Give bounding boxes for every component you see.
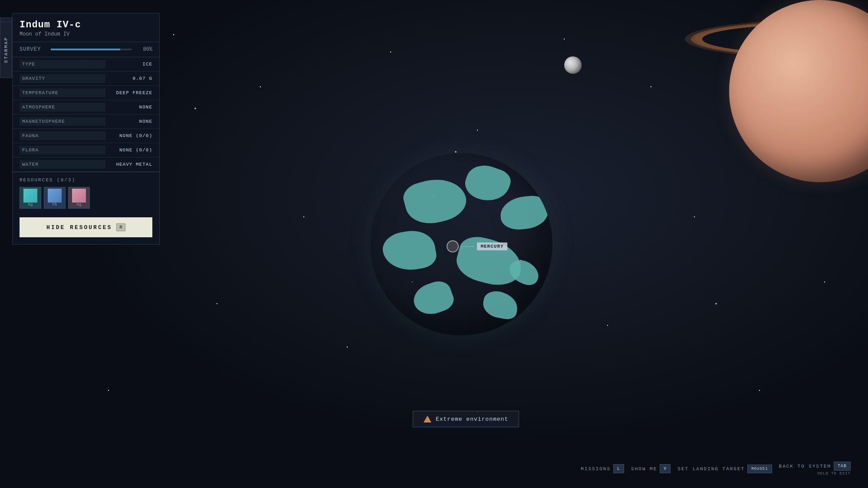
set-landing-item: SET LANDING TARGET MOUSE1 — [677, 465, 772, 473]
resource-label-2: Pb — [53, 203, 57, 207]
mercury-tag: MERCURY — [477, 242, 507, 250]
resource-item-2[interactable]: Pb — [44, 187, 66, 209]
set-landing-label: SET LANDING TARGET — [677, 466, 745, 472]
stat-row-gravity: GRAVITY 0.07 G — [13, 72, 159, 86]
resources-grid: Hg Pb Hg — [20, 187, 152, 209]
show-me-item: SHOW ME V — [631, 464, 671, 473]
stat-label-temperature: TEMPERATURE — [20, 88, 105, 97]
stats-table: TYPE ICE GRAVITY 0.07 G TEMPERATURE DEEP… — [13, 57, 159, 172]
missions-label: MISSIONS — [581, 466, 611, 472]
info-panel: Indum IV-c Moon of Indum IV SURVEY 86% T… — [12, 13, 160, 245]
starmap-tab[interactable]: STARMAP — [0, 22, 12, 78]
stat-row-water: WATER HEAVY METAL — [13, 157, 159, 172]
continent-5 — [410, 277, 457, 319]
resource-icon-teal — [23, 189, 37, 203]
stat-row-flora: FLORA NONE (0/0) — [13, 143, 159, 157]
resource-icon-blue — [48, 189, 62, 203]
stat-value-type: ICE — [109, 62, 152, 67]
main-planet: MERCURY — [370, 153, 552, 335]
show-me-label: SHOW ME — [631, 466, 657, 472]
survey-label: SURVEY — [20, 46, 46, 52]
missions-key-badge[interactable]: L — [613, 464, 624, 473]
planet-sphere — [729, 0, 868, 182]
hide-resources-button[interactable]: HIDE RESOURCES R — [20, 217, 152, 237]
continent-2 — [461, 160, 513, 207]
resources-section: RESOURCES (0/3) Hg Pb Hg — [13, 172, 159, 214]
stat-row-type: TYPE ICE — [13, 57, 159, 72]
resource-item-1[interactable]: Hg — [20, 187, 41, 209]
panel-header: Indum IV-c Moon of Indum IV — [13, 13, 159, 42]
planet-name: Indum IV-c — [20, 20, 152, 30]
back-system-item: BACK TO SYSTEM TAB HOLD TO EXIT — [779, 462, 851, 476]
stat-label-water: WATER — [20, 160, 105, 169]
stat-value-temperature: DEEP FREEZE — [109, 90, 152, 95]
show-me-key-badge[interactable]: V — [660, 464, 671, 473]
hide-resources-label: HIDE RESOURCES — [46, 224, 112, 231]
stat-row-fauna: FAUNA NONE (0/0) — [13, 129, 159, 143]
resource-label-3: Hg — [77, 203, 82, 207]
continent-3 — [380, 227, 438, 274]
warning-banner: Extreme environment — [413, 411, 519, 427]
back-system-sub-label: HOLD TO EXIT — [817, 472, 851, 476]
back-system-label: BACK TO SYSTEM — [779, 464, 831, 469]
stat-value-atmosphere: NONE — [109, 105, 152, 110]
survey-bar — [51, 49, 132, 50]
survey-row: SURVEY 86% — [13, 42, 159, 57]
stat-label-flora: FLORA — [20, 146, 105, 154]
continent-6 — [481, 289, 519, 321]
stat-value-fauna: NONE (0/0) — [109, 133, 152, 138]
stat-label-gravity: GRAVITY — [20, 74, 105, 83]
continent-7 — [499, 194, 549, 231]
back-system-top: BACK TO SYSTEM TAB — [779, 462, 851, 471]
stat-label-atmosphere: ATMOSPHERE — [20, 103, 105, 111]
warning-text: Extreme environment — [436, 416, 508, 422]
stat-value-gravity: 0.07 G — [109, 76, 152, 81]
hide-resources-key-badge: R — [116, 223, 125, 231]
warning-triangle-icon — [424, 416, 431, 422]
resources-header: RESOURCES (0/3) — [20, 177, 152, 183]
missions-item: MISSIONS L — [581, 464, 624, 473]
survey-bar-fill — [51, 49, 120, 50]
ringed-planet — [651, 0, 868, 234]
starmap-label: STARMAP — [3, 37, 9, 63]
main-planet-container: MERCURY — [370, 153, 552, 335]
survey-percent: 86% — [137, 46, 152, 52]
set-landing-key-badge[interactable]: MOUSE1 — [747, 465, 772, 473]
stat-label-fauna: FAUNA — [20, 131, 105, 140]
bottom-toolbar: MISSIONS L SHOW ME V SET LANDING TARGET … — [581, 462, 851, 476]
stat-row-atmosphere: ATMOSPHERE NONE — [13, 100, 159, 115]
mercury-connector — [461, 246, 474, 247]
stat-value-water: HEAVY METAL — [109, 162, 152, 167]
resource-icon-pink — [72, 189, 86, 203]
stat-value-flora: NONE (0/0) — [109, 147, 152, 153]
resource-item-3[interactable]: Hg — [68, 187, 90, 209]
stat-label-type: TYPE — [20, 60, 105, 69]
stat-row-magnetosphere: MAGNETOSPHERE NONE — [13, 115, 159, 129]
stat-value-magnetosphere: NONE — [109, 119, 152, 124]
continent-1 — [400, 172, 470, 229]
planet-subtitle: Moon of Indum IV — [20, 31, 152, 37]
stat-row-temperature: TEMPERATURE DEEP FREEZE — [13, 86, 159, 100]
small-moon — [564, 56, 582, 74]
back-system-key-badge[interactable]: TAB — [834, 462, 851, 471]
mercury-label-group: MERCURY — [447, 240, 507, 252]
stat-label-magnetosphere: MAGNETOSPHERE — [20, 117, 105, 126]
resource-label-1: Hg — [28, 203, 33, 207]
mercury-dot — [447, 240, 459, 252]
